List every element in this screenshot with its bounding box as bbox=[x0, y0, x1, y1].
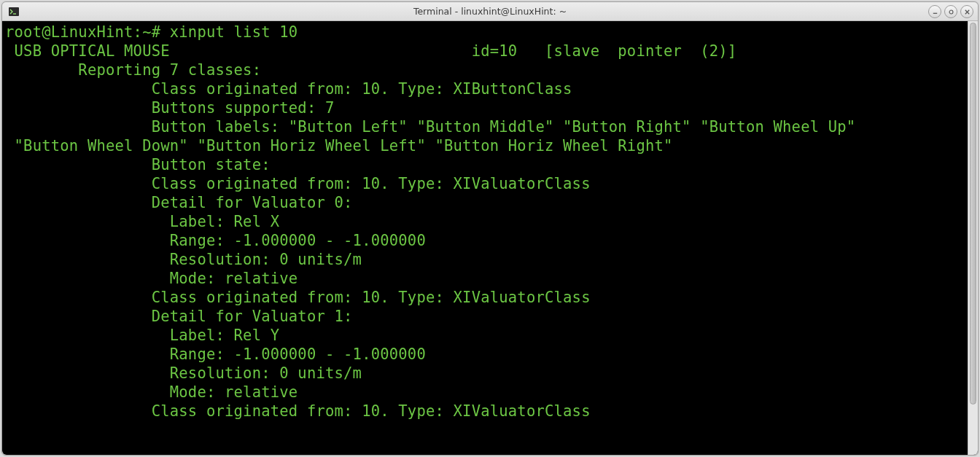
minimize-icon bbox=[932, 9, 938, 15]
terminal-output: root@LinuxHint:~# xinput list 10 USB OPT… bbox=[2, 21, 978, 422]
scrollbar-thumb[interactable] bbox=[970, 23, 976, 405]
svg-point-3 bbox=[949, 10, 953, 14]
window-controls bbox=[928, 5, 973, 18]
close-icon bbox=[964, 9, 971, 15]
close-button[interactable] bbox=[960, 5, 973, 18]
terminal-body[interactable]: root@LinuxHint:~# xinput list 10 USB OPT… bbox=[2, 21, 978, 455]
window-titlebar[interactable]: Terminal - linuxhint@LinuxHint: ~ bbox=[2, 2, 978, 21]
terminal-icon bbox=[8, 6, 20, 17]
maximize-icon bbox=[948, 9, 954, 15]
vertical-scrollbar[interactable] bbox=[968, 21, 978, 455]
window-title: Terminal - linuxhint@LinuxHint: ~ bbox=[413, 6, 567, 17]
minimize-button[interactable] bbox=[928, 5, 941, 18]
maximize-button[interactable] bbox=[944, 5, 957, 18]
terminal-window: Terminal - linuxhint@LinuxHint: ~ root@L… bbox=[1, 1, 979, 456]
svg-rect-0 bbox=[9, 7, 19, 16]
